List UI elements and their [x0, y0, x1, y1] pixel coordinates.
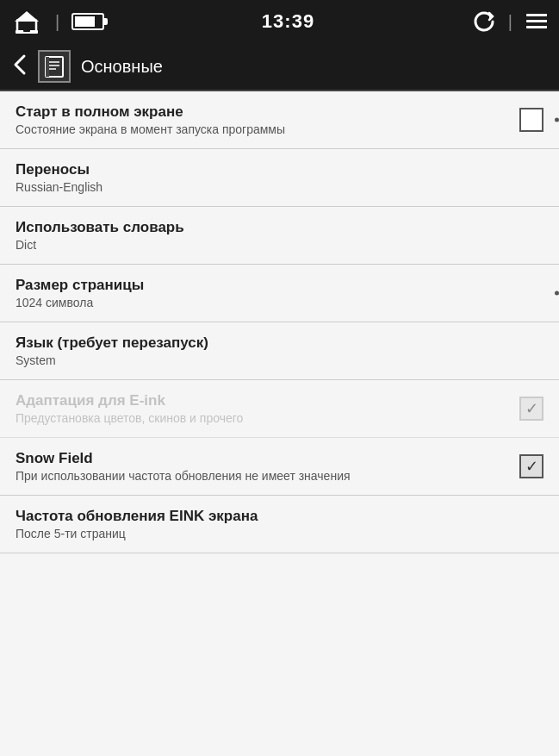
setting-title-hyphenation: Переносы	[16, 161, 535, 178]
divider-1: |	[55, 12, 59, 32]
setting-text-eink: Адаптация для E-inkПредустановка цветов,…	[16, 392, 519, 425]
setting-sub-dictionary: Dict	[16, 238, 535, 252]
setting-title-pagesize: Размер страницы	[16, 277, 535, 294]
clock: 13:39	[262, 10, 314, 33]
divider-2: |	[508, 12, 512, 32]
checkmark-eink: ✓	[525, 401, 538, 416]
setting-row-language[interactable]: Язык (требует перезапуск)System	[0, 322, 559, 380]
svg-rect-14	[46, 57, 49, 77]
setting-title-fullscreen: Старт в полном экране	[16, 103, 511, 121]
setting-row-pagesize[interactable]: Размер страницы1024 символа	[0, 265, 559, 322]
setting-text-snowfield: Snow FieldПри использовании частота обно…	[16, 450, 519, 483]
settings-list: Старт в полном экранеСостояние экрана в …	[0, 91, 559, 756]
setting-title-eink: Адаптация для E-ink	[16, 392, 511, 409]
setting-text-dictionary: Использовать словарьDict	[16, 219, 543, 252]
setting-text-language: Язык (требует перезапуск)System	[16, 334, 543, 367]
setting-sub-snowfield: При использовании частота обновления не …	[16, 469, 511, 483]
setting-row-fullscreen[interactable]: Старт в полном экранеСостояние экрана в …	[0, 91, 559, 149]
book-icon	[38, 50, 71, 83]
menu-icon[interactable]	[525, 9, 549, 34]
dot-indicator-pagesize	[555, 291, 559, 296]
svg-rect-9	[537, 26, 547, 28]
svg-rect-8	[537, 20, 547, 22]
setting-sub-language: System	[16, 353, 535, 367]
setting-sub-hyphenation: Russian-English	[16, 180, 535, 194]
setting-text-pagesize: Размер страницы1024 символа	[16, 277, 543, 309]
checkbox-fullscreen[interactable]	[519, 108, 543, 132]
setting-sub-eink: Предустановка цветов, скинов и прочего	[16, 411, 511, 425]
setting-row-eink[interactable]: Адаптация для E-inkПредустановка цветов,…	[0, 380, 559, 438]
back-button[interactable]	[12, 53, 28, 81]
setting-title-language: Язык (требует перезапуск)	[16, 334, 535, 352]
svg-rect-3	[23, 24, 30, 32]
dot-indicator-fullscreen	[555, 118, 559, 122]
checkbox-snowfield[interactable]: ✓	[519, 454, 543, 478]
setting-row-snowfield[interactable]: Snow FieldПри использовании частота обно…	[0, 438, 559, 496]
status-left: |	[10, 5, 104, 38]
svg-rect-7	[537, 14, 547, 16]
setting-title-snowfield: Snow Field	[16, 450, 511, 467]
checkbox-eink: ✓	[519, 397, 543, 421]
setting-sub-pagesize: 1024 символа	[16, 296, 535, 309]
setting-row-dictionary[interactable]: Использовать словарьDict	[0, 207, 559, 265]
battery-icon	[71, 13, 104, 30]
svg-marker-2	[15, 11, 39, 22]
setting-text-hyphenation: ПереносыRussian-English	[16, 161, 543, 194]
status-bar: | 13:39 |	[0, 0, 559, 43]
setting-sub-fullscreen: Состояние экрана в момент запуска програ…	[16, 122, 511, 136]
page-title: Основные	[81, 57, 163, 77]
setting-title-einkfreq: Частота обновления EINK экрана	[16, 508, 535, 525]
status-right: |	[472, 9, 549, 34]
setting-row-hyphenation[interactable]: ПереносыRussian-English	[0, 149, 559, 207]
setting-text-fullscreen: Старт в полном экранеСостояние экрана в …	[16, 103, 519, 136]
home-icon[interactable]	[10, 5, 43, 38]
setting-sub-einkfreq: После 5-ти страниц	[16, 527, 535, 540]
page-header: Основные	[0, 43, 559, 91]
setting-row-einkfreq[interactable]: Частота обновления EINK экранаПосле 5-ти…	[0, 496, 559, 553]
refresh-icon[interactable]	[472, 9, 496, 34]
setting-title-dictionary: Использовать словарь	[16, 219, 535, 236]
checkmark-snowfield: ✓	[525, 459, 538, 474]
setting-text-einkfreq: Частота обновления EINK экранаПосле 5-ти…	[16, 508, 543, 540]
